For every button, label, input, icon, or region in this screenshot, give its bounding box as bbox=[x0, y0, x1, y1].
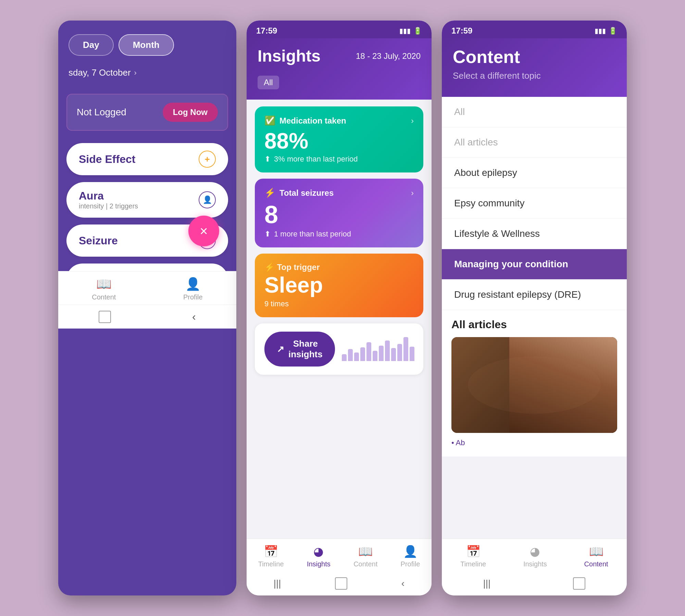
content-nav-label-2: Content bbox=[353, 560, 377, 568]
aura-label: Aura bbox=[79, 190, 138, 202]
up-arrow-icon: ⬆ bbox=[264, 155, 271, 164]
medication-card[interactable]: ✅ Medication taken › 88% ⬆ 3% more than … bbox=[255, 106, 423, 172]
insights-nav-label-right: Insights bbox=[523, 560, 547, 568]
phone-left: Day Month sday, 7 October › Not Logged L… bbox=[58, 21, 236, 595]
timeline-nav-label-right: Timeline bbox=[460, 560, 486, 568]
topic-all-label: All bbox=[454, 106, 465, 117]
nav-insights-active[interactable]: ◕ Insights bbox=[307, 544, 331, 568]
chart-bar-10 bbox=[397, 344, 402, 361]
nav-profile[interactable]: 👤 Profile bbox=[183, 277, 203, 301]
log-now-button[interactable]: Log Now bbox=[163, 103, 218, 122]
topic-lifestyle[interactable]: Lifestyle & Wellness bbox=[442, 219, 627, 249]
seizure-up-icon: ⬆ bbox=[264, 230, 271, 239]
topic-managing-condition-label: Managing your condition bbox=[454, 259, 568, 269]
share-card: ↗ Share insights bbox=[255, 323, 423, 375]
trigger-value: Sleep bbox=[264, 274, 414, 296]
android-lines-btn-right[interactable]: ||| bbox=[483, 578, 491, 589]
profile-nav-label: Profile bbox=[183, 293, 203, 301]
nav-timeline[interactable]: 📅 Timeline bbox=[258, 544, 284, 568]
signal-icon: ▮▮▮ bbox=[399, 27, 411, 35]
insights-filter[interactable]: All bbox=[258, 76, 279, 89]
insights-bottom-nav: 📅 Timeline ◕ Insights 📖 Content 👤 Profil… bbox=[247, 539, 432, 572]
topic-dre-label: Drug resistant epilepsy (DRE) bbox=[454, 289, 581, 300]
profile-nav-icon-2: 👤 bbox=[403, 544, 418, 558]
trigger-card-label: ⚡ Top trigger bbox=[264, 262, 414, 272]
nav-content[interactable]: 📖 Content bbox=[92, 277, 116, 301]
topic-epsy-community[interactable]: Epsy community bbox=[442, 188, 627, 219]
nav-content-active[interactable]: 📖 Content bbox=[584, 544, 608, 568]
battery-icon-right: 🔋 bbox=[609, 27, 617, 35]
aura-icon: 👤 bbox=[199, 191, 216, 208]
content-nav-icon: 📖 bbox=[96, 277, 112, 291]
timeline-nav-icon: 📅 bbox=[264, 544, 278, 558]
seizures-count: 8 bbox=[264, 202, 414, 227]
seizures-card-chevron-icon: › bbox=[411, 188, 414, 198]
content-nav-icon-2: 📖 bbox=[358, 544, 373, 558]
side-effect-icon: + bbox=[199, 151, 216, 168]
topic-lifestyle-label: Lifestyle & Wellness bbox=[454, 228, 540, 239]
share-insights-button[interactable]: ↗ Share insights bbox=[264, 332, 335, 367]
topic-all[interactable]: All bbox=[442, 97, 627, 127]
insights-nav-icon-right: ◕ bbox=[530, 544, 540, 558]
chart-bar-11 bbox=[403, 337, 408, 361]
insights-nav-label: Insights bbox=[307, 560, 331, 568]
nav-insights-right[interactable]: ◕ Insights bbox=[523, 544, 547, 568]
seizure-label: Seizure bbox=[79, 234, 118, 247]
android-home-btn[interactable] bbox=[335, 577, 347, 590]
share-chart-preview bbox=[335, 337, 414, 361]
aura-menu-item[interactable]: Aura intensity | 2 triggers 👤 bbox=[66, 182, 228, 218]
content-title: Content bbox=[453, 47, 616, 67]
share-insights-label: Share insights bbox=[288, 338, 323, 360]
side-effect-menu-item[interactable]: Side Effect + bbox=[66, 143, 228, 175]
android-square-btn[interactable] bbox=[99, 311, 111, 323]
share-icon: ↗ bbox=[277, 344, 284, 355]
topic-dre[interactable]: Drug resistant epilepsy (DRE) bbox=[442, 280, 627, 310]
content-nav-icon-right: 📖 bbox=[589, 544, 603, 558]
topic-managing-condition[interactable]: Managing your condition bbox=[442, 249, 627, 280]
content-header: Content Select a different topic bbox=[442, 38, 627, 97]
android-home-btn-right[interactable] bbox=[573, 577, 585, 590]
day-toggle-button[interactable]: Day bbox=[68, 34, 114, 56]
nav-timeline-right[interactable]: 📅 Timeline bbox=[460, 544, 486, 568]
status-icons-right: ▮▮▮ 🔋 bbox=[595, 27, 617, 35]
status-time-right: 17:59 bbox=[451, 26, 472, 36]
not-logged-label: Not Logged bbox=[77, 107, 126, 118]
trigger-count: 9 times bbox=[264, 299, 414, 308]
topic-epsy-community-label: Epsy community bbox=[454, 198, 524, 208]
seizures-card[interactable]: ⚡ Total seizures › 8 ⬆ 1 more than last … bbox=[255, 179, 423, 247]
close-icon: × bbox=[200, 223, 208, 239]
android-nav-center: ||| ‹ bbox=[247, 572, 432, 595]
trigger-card[interactable]: ⚡ Top trigger Sleep 9 times bbox=[255, 254, 423, 317]
chart-bar-4 bbox=[360, 347, 365, 361]
android-lines-btn[interactable]: ||| bbox=[274, 578, 281, 589]
chart-bar-2 bbox=[348, 349, 353, 361]
insights-title: Insights bbox=[258, 47, 321, 65]
nav-profile[interactable]: 👤 Profile bbox=[401, 544, 420, 568]
android-nav-right: ||| bbox=[442, 572, 627, 595]
topic-about-epilepsy[interactable]: About epilepsy bbox=[442, 158, 627, 188]
close-fab-button[interactable]: × bbox=[188, 216, 219, 246]
medication-comparison: 3% more than last period bbox=[274, 155, 358, 164]
date-chevron-icon[interactable]: › bbox=[134, 68, 137, 77]
chart-bar-5 bbox=[366, 342, 371, 361]
content-nav-label-right: Content bbox=[584, 560, 608, 568]
status-bar-center: 17:59 ▮▮▮ 🔋 bbox=[247, 21, 432, 38]
all-articles-section: All articles • Ab bbox=[442, 310, 627, 457]
chart-bar-7 bbox=[379, 346, 384, 361]
chart-bar-12 bbox=[410, 347, 414, 361]
chart-bar-3 bbox=[354, 352, 359, 361]
chart-bar-9 bbox=[391, 348, 396, 361]
android-back-btn-2[interactable]: ‹ bbox=[401, 578, 404, 589]
profile-nav-icon: 👤 bbox=[185, 277, 201, 291]
medication-card-title: Medication taken bbox=[279, 116, 346, 126]
all-articles-heading: All articles bbox=[451, 318, 617, 331]
topic-list: All All articles About epilepsy Epsy com… bbox=[442, 97, 627, 310]
month-toggle-button[interactable]: Month bbox=[119, 34, 174, 56]
status-icons-center: ▮▮▮ 🔋 bbox=[399, 27, 422, 35]
android-back-btn[interactable]: ‹ bbox=[192, 310, 196, 323]
nav-content[interactable]: 📖 Content bbox=[353, 544, 377, 568]
intensity-text: intensity | 2 triggers bbox=[79, 202, 138, 210]
insights-nav-icon: ◕ bbox=[313, 544, 324, 558]
phone-right: 17:59 ▮▮▮ 🔋 Content Select a different t… bbox=[442, 21, 627, 595]
topic-all-articles[interactable]: All articles bbox=[442, 127, 627, 158]
